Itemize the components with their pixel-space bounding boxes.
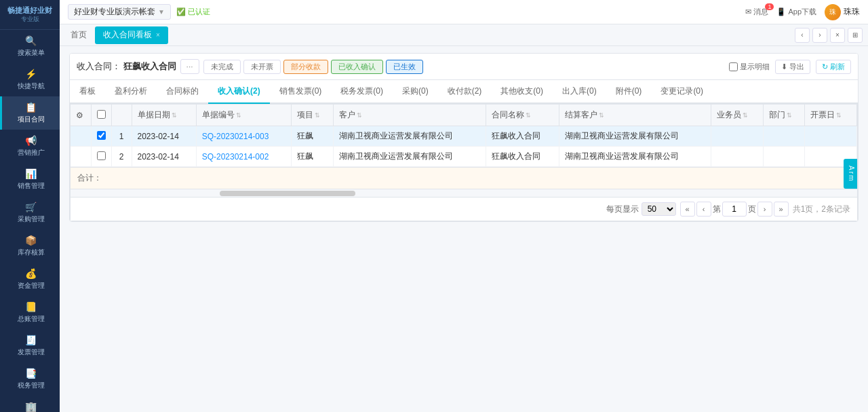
row-number-link[interactable]: SQ-20230214-002: [196, 147, 291, 167]
tab-close-income-contract[interactable]: ×: [156, 31, 160, 39]
row-department: [763, 147, 805, 167]
export-button[interactable]: ⬇ 导出: [775, 60, 810, 74]
subtab-收付款[interactable]: 收付款(2): [438, 80, 492, 104]
user-name: 珠珠: [844, 6, 860, 18]
col-header-settle_customer[interactable]: 结算客户 ⇅: [559, 105, 711, 126]
sort-icon-salesman: ⇅: [743, 112, 748, 119]
sidebar-item-sales[interactable]: 📊销售管理: [0, 163, 60, 196]
sidebar-label-invoice: 发票管理: [18, 348, 45, 357]
app-download-button[interactable]: 📱 App下载: [776, 7, 816, 17]
settings-icon[interactable]: ⚙: [76, 111, 83, 120]
subtab-附件[interactable]: 附件(0): [606, 80, 652, 104]
status-btn-3[interactable]: 已收入确认: [331, 60, 383, 74]
sort-icon-customer: ⇅: [357, 112, 362, 119]
status-btn-4[interactable]: 已生效: [386, 60, 423, 74]
col-header-salesman[interactable]: 业务员 ⇅: [711, 105, 763, 126]
row-date: 2023-02-14: [132, 126, 196, 147]
sidebar-label-purchase: 采购管理: [18, 214, 45, 224]
sidebar-item-general[interactable]: 📒总账管理: [0, 296, 60, 329]
sidebar-item-search[interactable]: 🔍搜索菜单: [0, 30, 60, 63]
user-menu[interactable]: 珠 珠珠: [825, 4, 860, 20]
subtab-销售发票[interactable]: 销售发票(0): [270, 80, 332, 104]
sidebar: 畅捷通好业财 专业版 🔍搜索菜单⚡快捷导航📋项目合同📢营销推广📊销售管理🛒采购管…: [0, 0, 60, 412]
sidebar-item-assets[interactable]: 🏢固定资产: [0, 396, 60, 412]
nav-next-button[interactable]: ›: [812, 28, 827, 43]
row-number-link[interactable]: SQ-20230214-003: [196, 126, 291, 147]
page-last-button[interactable]: »: [774, 202, 789, 217]
refresh-icon: ↻: [822, 62, 828, 71]
sidebar-item-funds[interactable]: 💰资金管理: [0, 263, 60, 296]
subtab-合同标的[interactable]: 合同标的: [157, 80, 208, 104]
table-row[interactable]: 2 2023-02-14 SQ-20230214-002 狂飙 湖南卫视商业运营…: [71, 147, 857, 167]
status-btn-0[interactable]: 未完成: [203, 60, 241, 74]
sidebar-item-quicknav[interactable]: ⚡快捷导航: [0, 63, 60, 96]
col-header-project[interactable]: 项目 ⇅: [292, 105, 334, 126]
scrollbar-thumb[interactable]: [220, 191, 355, 196]
page-first-button[interactable]: «: [680, 202, 695, 217]
status-btn-1[interactable]: 未开票: [243, 60, 281, 74]
company-selector[interactable]: 好业财专业版演示帐套 ▼: [68, 4, 171, 20]
subtab-采购[interactable]: 采购(0): [393, 80, 438, 104]
subtab-变更记录[interactable]: 变更记录(0): [651, 80, 713, 104]
col-header-department[interactable]: 部门 ⇅: [763, 105, 805, 126]
sidebar-label-marketing: 营销推广: [18, 148, 45, 157]
message-badge: 1: [765, 3, 774, 10]
tab-home[interactable]: 首页: [65, 29, 92, 41]
sidebar-icon-tax: 📑: [25, 368, 37, 379]
sidebar-label-quicknav: 快捷导航: [18, 81, 45, 91]
float-btn-label[interactable]: Arm: [844, 159, 857, 189]
tab-income-contract[interactable]: 收入合同看板×: [95, 26, 168, 44]
row-checkbox[interactable]: [97, 131, 106, 140]
per-page-select[interactable]: 2050100: [642, 202, 676, 216]
row-number: 1: [111, 126, 132, 147]
sidebar-item-inventory[interactable]: 📦库存核算: [0, 229, 60, 263]
row-checkbox-cell[interactable]: [91, 147, 111, 167]
subtab-收入确认[interactable]: 收入确认(2): [208, 80, 270, 104]
page-prev-button[interactable]: ‹: [696, 202, 711, 217]
sidebar-item-marketing[interactable]: 📢营销推广: [0, 130, 60, 163]
doc-number-link[interactable]: SQ-20230214-002: [202, 152, 269, 162]
subtab-税务发票[interactable]: 税务发票(0): [331, 80, 393, 104]
col-header-open_date[interactable]: 开票日 ⇅: [805, 105, 857, 126]
row-checkbox-cell[interactable]: [91, 126, 111, 147]
nav-close-button[interactable]: ×: [830, 28, 845, 43]
page-title-prefix: 收入合同：: [77, 61, 121, 71]
table-row[interactable]: 1 2023-02-14 SQ-20230214-003 狂飙 湖南卫视商业运营…: [71, 126, 857, 147]
sidebar-item-project[interactable]: 📋项目合同: [0, 96, 60, 130]
sidebar-icon-search: 🔍: [25, 35, 37, 46]
show-detail-checkbox[interactable]: [729, 62, 738, 71]
nav-prev-button[interactable]: ‹: [795, 28, 810, 43]
status-btn-2[interactable]: 部分收款: [283, 60, 328, 74]
more-button[interactable]: ···: [180, 59, 199, 74]
download-icon: 📱: [776, 7, 786, 16]
col-header-customer[interactable]: 客户 ⇅: [334, 105, 486, 126]
row-salesman: [711, 126, 763, 147]
message-button[interactable]: ✉ 1 消息: [745, 7, 768, 17]
company-name: 好业财专业版演示帐套: [74, 6, 155, 18]
sidebar-item-invoice[interactable]: 🧾发票管理: [0, 329, 60, 362]
select-all-checkbox[interactable]: [97, 110, 106, 119]
subtab-盈利分析[interactable]: 盈利分析: [105, 80, 157, 104]
sidebar-item-purchase[interactable]: 🛒采购管理: [0, 196, 60, 229]
sidebar-label-project: 项目合同: [18, 115, 45, 124]
total-label: 合计：: [77, 172, 102, 184]
page-input[interactable]: [722, 202, 747, 217]
refresh-button[interactable]: ↻ 刷新: [816, 60, 851, 74]
col-header-number[interactable]: 单据编号 ⇅: [196, 105, 291, 126]
sort-icon-contract: ⇅: [526, 112, 531, 119]
nav-pin-button[interactable]: ⊞: [848, 28, 863, 43]
col-header-date[interactable]: 单据日期 ⇅: [132, 105, 196, 126]
data-table: ⚙单据日期 ⇅单据编号 ⇅项目 ⇅客户 ⇅合同名称 ⇅结算客户 ⇅业务员 ⇅部门…: [71, 105, 857, 167]
horizontal-scrollbar[interactable]: [71, 189, 857, 197]
subtab-看板[interactable]: 看板: [70, 80, 105, 104]
page-next-button[interactable]: ›: [757, 202, 772, 217]
sort-icon-settle_customer: ⇅: [599, 112, 604, 119]
export-label: 导出: [789, 62, 804, 72]
sidebar-item-tax[interactable]: 📑税务管理: [0, 362, 60, 396]
subtab-出入库[interactable]: 出入库(0): [553, 80, 606, 104]
subtab-其他收支[interactable]: 其他收支(0): [491, 80, 553, 104]
doc-number-link[interactable]: SQ-20230214-003: [202, 132, 269, 141]
col-header-contract[interactable]: 合同名称 ⇅: [486, 105, 559, 126]
row-checkbox[interactable]: [97, 151, 106, 160]
float-side-button[interactable]: Arm: [844, 159, 857, 189]
